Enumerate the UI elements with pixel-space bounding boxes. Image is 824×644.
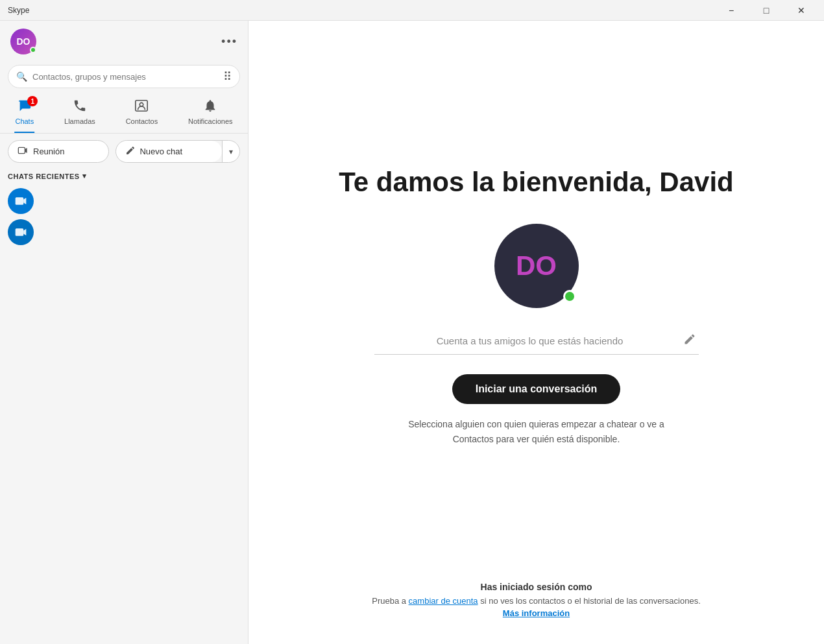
more-options-button[interactable]: ••• bbox=[221, 35, 237, 49]
titlebar: Skype − □ ✕ bbox=[0, 0, 824, 21]
profile-avatar-large: DO bbox=[494, 224, 579, 308]
reunion-icon bbox=[18, 145, 28, 158]
calls-icon bbox=[73, 99, 87, 116]
start-conversation-button[interactable]: Iniciar una conversación bbox=[452, 374, 621, 404]
app-body: DO ••• 🔍 ⠿ 1 Chats bbox=[0, 21, 824, 644]
svg-rect-3 bbox=[16, 197, 24, 205]
nav-tabs: 1 Chats Llamadas bbox=[0, 93, 248, 134]
tab-chats[interactable]: 1 Chats bbox=[7, 96, 42, 128]
chats-badge: 1 bbox=[27, 96, 38, 106]
close-button[interactable]: ✕ bbox=[786, 0, 816, 21]
nuevo-chat-wrapper: Nuevo chat ▾ bbox=[115, 140, 240, 163]
recent-chat-item-1[interactable] bbox=[8, 188, 34, 214]
recent-chats-text: CHATS RECIENTES bbox=[8, 173, 80, 180]
user-avatar-badge[interactable]: DO bbox=[10, 29, 36, 54]
tab-contacts[interactable]: Contactos bbox=[118, 96, 166, 128]
login-text-after: si no ves los contactos o el historial d… bbox=[478, 596, 701, 606]
tab-calls-label: Llamadas bbox=[64, 117, 95, 125]
search-input[interactable] bbox=[32, 72, 215, 82]
login-info: Has iniciado sesión como Prueba a cambia… bbox=[372, 582, 701, 618]
profile-status-large bbox=[563, 290, 576, 303]
notifications-icon bbox=[203, 99, 217, 116]
search-bar: 🔍 ⠿ bbox=[8, 65, 240, 88]
svg-rect-2 bbox=[18, 147, 25, 153]
login-info-text: Prueba a cambiar de cuenta si no ves los… bbox=[372, 596, 701, 606]
reunion-button[interactable]: Reunión bbox=[8, 140, 109, 163]
nuevo-chat-button[interactable]: Nuevo chat bbox=[116, 141, 222, 162]
recent-chats-chevron-icon: ▾ bbox=[82, 172, 87, 180]
status-placeholder-text: Cuenta a tus amigos lo que estás haciend… bbox=[377, 335, 683, 346]
sidebar: DO ••• 🔍 ⠿ 1 Chats bbox=[0, 21, 248, 644]
change-account-link[interactable]: cambiar de cuenta bbox=[409, 596, 478, 606]
edit-status-icon[interactable] bbox=[683, 333, 696, 349]
app-title: Skype bbox=[8, 6, 29, 15]
search-icon: 🔍 bbox=[16, 71, 27, 82]
tab-contacts-label: Contactos bbox=[126, 117, 158, 125]
welcome-title: Te damos la bienvenida, David bbox=[339, 167, 733, 198]
action-buttons: Reunión Nuevo chat ▾ bbox=[0, 134, 248, 169]
maximize-button[interactable]: □ bbox=[751, 0, 781, 21]
login-info-title: Has iniciado sesión como bbox=[372, 582, 701, 592]
dial-pad-button[interactable]: ⠿ bbox=[223, 69, 232, 84]
recent-items bbox=[0, 185, 248, 248]
tab-notifications[interactable]: Notificaciones bbox=[180, 96, 240, 128]
login-text-before: Prueba a bbox=[372, 596, 408, 606]
main-content: Te damos la bienvenida, David DO Cuenta … bbox=[248, 21, 824, 644]
nuevo-chat-dropdown-button[interactable]: ▾ bbox=[222, 141, 239, 162]
svg-rect-4 bbox=[16, 228, 24, 236]
tab-calls[interactable]: Llamadas bbox=[56, 96, 103, 128]
status-input-area[interactable]: Cuenta a tus amigos lo que estás haciend… bbox=[374, 328, 699, 355]
sidebar-header: DO ••• bbox=[0, 21, 248, 62]
more-info-link[interactable]: Más información bbox=[372, 608, 701, 618]
online-status-indicator bbox=[30, 47, 36, 53]
tab-notifications-label: Notificaciones bbox=[188, 117, 232, 125]
help-text: Selecciona alguien con quien quieras emp… bbox=[400, 417, 673, 446]
contacts-icon bbox=[134, 99, 149, 116]
recent-chat-item-2[interactable] bbox=[8, 219, 34, 245]
nuevo-chat-icon bbox=[125, 145, 136, 158]
tab-chats-label: Chats bbox=[15, 117, 34, 125]
window-controls: − □ ✕ bbox=[716, 0, 816, 21]
minimize-button[interactable]: − bbox=[716, 0, 746, 21]
svg-rect-0 bbox=[136, 101, 147, 112]
recent-chats-label[interactable]: CHATS RECIENTES ▾ bbox=[0, 169, 248, 185]
reunion-label: Reunión bbox=[33, 147, 64, 156]
nuevo-chat-label: Nuevo chat bbox=[139, 147, 182, 156]
